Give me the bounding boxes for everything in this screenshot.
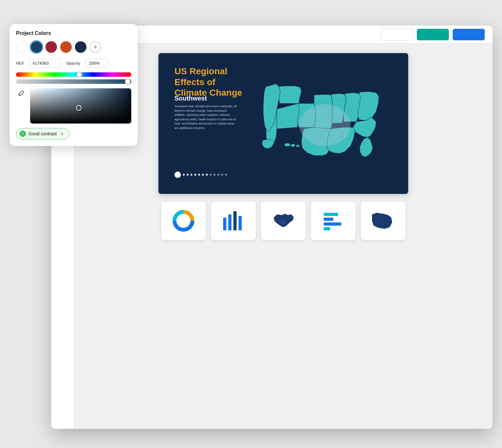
timeline-dot [190,174,192,176]
hue-thumb[interactable] [77,72,82,77]
add-color-button[interactable]: + [90,41,101,53]
popup-title: Project Colors [16,30,131,36]
timeline-marker [174,172,181,178]
slide-subtitle: Southwest [174,95,207,102]
timeline-dot [225,174,227,176]
swatch-white[interactable] [16,41,28,53]
thumbnail-usa-map[interactable] [361,202,406,240]
eyedropper-button[interactable] [16,88,26,99]
thumbnails-row [161,202,406,240]
swatch-crimson[interactable] [45,41,57,53]
svg-rect-28 [324,213,338,216]
swatch-dark-navy[interactable] [75,41,86,53]
swatch-orange[interactable] [60,41,72,53]
hue-slider[interactable] [16,72,131,77]
contrast-label: Good contrast [28,131,57,136]
timeline-dot [221,174,223,176]
svg-rect-30 [324,222,341,226]
slide-body-text: Increased heat, drought and insect outbr… [174,104,237,130]
usa-map-small-icon [370,208,396,234]
timeline-dot [210,174,212,176]
svg-rect-25 [228,214,231,230]
map-spotlight [299,104,351,146]
thumbnail-canada-map[interactable] [261,202,306,240]
dropper-and-picker [16,88,131,124]
slide-timeline [174,172,227,178]
color-swatches: + [16,41,131,53]
thumbnail-horizontal-bar[interactable] [311,202,356,240]
horizontal-bar-icon [320,208,346,234]
swatch-navy[interactable] [31,41,42,53]
svg-line-15 [300,86,314,87]
alpha-slider[interactable] [16,79,131,84]
timeline-dot [214,174,215,176]
svg-point-19 [291,144,295,147]
toolbar-button-blue[interactable] [453,29,485,40]
svg-rect-29 [324,218,333,221]
contrast-check-icon: ✓ [20,131,26,137]
toolbar-button-teal[interactable] [417,29,449,40]
opacity-label: Opacity [66,61,80,66]
slide[interactable]: US Regional Effects of Climate Change So… [158,53,408,194]
timeline-dot [198,174,200,176]
map-container [258,63,399,178]
bar-chart-icon [221,208,246,234]
thumbnail-donut-chart[interactable] [161,202,206,240]
thumbnail-bar-chart[interactable] [211,202,256,240]
timeline-dot [194,174,196,176]
alpha-thumb[interactable] [125,79,131,84]
hex-label: HEX [16,61,24,66]
hue-track [16,72,131,77]
color-picker-popup: Project Colors + HEX Opacity [10,24,138,146]
opacity-input[interactable] [85,59,108,68]
color-gradient-picker[interactable] [30,88,131,124]
svg-rect-26 [233,211,237,230]
svg-rect-27 [239,216,242,230]
timeline-dot [187,174,189,176]
contrast-badge[interactable]: ✓ Good contrast ▼ [16,128,69,140]
svg-rect-24 [223,218,226,230]
picker-thumb[interactable] [76,105,82,111]
toolbar-button-white[interactable] [381,29,413,40]
canada-map-icon [271,208,296,234]
contrast-chevron-icon: ▼ [61,132,64,136]
svg-point-20 [296,145,300,147]
svg-point-18 [285,143,290,147]
hex-opacity-row: HEX Opacity [16,59,131,68]
hex-input[interactable] [29,59,61,68]
slide-title: US Regional Effects of Climate Change [174,66,258,98]
timeline-dot [217,174,219,176]
timeline-dot [202,174,204,176]
timeline-dot [206,174,208,176]
svg-rect-31 [324,227,330,230]
eyedropper-icon [18,90,24,97]
timeline-dot [183,174,185,176]
donut-chart-icon [171,208,196,234]
